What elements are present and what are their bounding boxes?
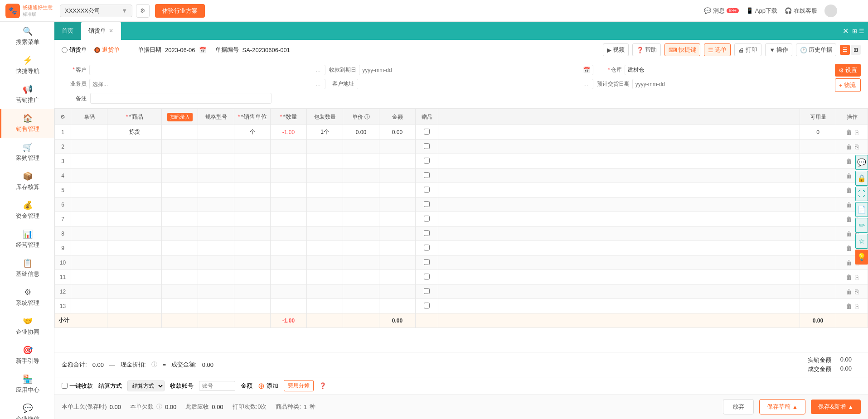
tab-home[interactable]: 首页	[54, 22, 81, 40]
th-product[interactable]: *商品	[107, 109, 162, 125]
cell-barcode[interactable]	[71, 226, 107, 241]
cell-qty[interactable]	[271, 270, 307, 284]
cell-qty[interactable]	[271, 183, 307, 197]
delete-icon[interactable]: 🗑	[846, 216, 852, 223]
cell-unit-price[interactable]	[343, 169, 379, 183]
cell-amount[interactable]	[379, 212, 416, 226]
cell-unit-price[interactable]	[343, 212, 379, 226]
th-available[interactable]: 可用量	[800, 109, 836, 125]
th-spec[interactable]: 规格型号	[198, 109, 234, 125]
gift-checkbox[interactable]	[424, 216, 430, 222]
cell-spec[interactable]	[198, 197, 234, 212]
tab-sales-order[interactable]: 销货单 ✕	[81, 22, 121, 40]
gift-checkbox[interactable]	[424, 245, 430, 250]
sidebar-item-system[interactable]: ⚙ 系统管理	[0, 283, 54, 312]
cell-spec[interactable]	[198, 169, 234, 183]
delete-icon[interactable]: 🗑	[846, 274, 852, 281]
company-selector[interactable]: XXXXXX公司 ▼	[60, 5, 132, 17]
delete-icon[interactable]: 🗑	[846, 201, 852, 208]
cell-product[interactable]	[107, 169, 162, 183]
cell-barcode[interactable]	[71, 241, 107, 255]
cell-qty[interactable]	[271, 140, 307, 154]
th-amount[interactable]: 金额	[379, 109, 416, 125]
cell-amount[interactable]	[379, 183, 416, 197]
cell-unit[interactable]	[234, 183, 271, 197]
cell-amount[interactable]	[379, 226, 416, 241]
cell-product[interactable]	[107, 226, 162, 241]
scan-btn[interactable]: 扫码录入	[167, 113, 193, 121]
cell-amount[interactable]	[379, 241, 416, 255]
tab-grid-icon[interactable]: ⊞	[852, 28, 857, 34]
warehouse-input[interactable]	[628, 67, 847, 73]
th-gift[interactable]: 赠品	[416, 109, 438, 125]
cell-qty[interactable]	[271, 169, 307, 183]
cell-product[interactable]	[107, 284, 162, 299]
cell-amount[interactable]	[379, 169, 416, 183]
salesman-dots-btn[interactable]: ...	[314, 81, 322, 87]
sidebar-item-wechat[interactable]: 💬 企业微信	[0, 399, 54, 419]
th-qty[interactable]: *数量	[271, 109, 307, 125]
cell-unit[interactable]	[234, 241, 271, 255]
cell-unit[interactable]	[234, 154, 271, 169]
copy-icon[interactable]: ⎘	[855, 303, 858, 310]
delete-icon[interactable]: 🗑	[846, 158, 852, 165]
sidebar-item-appstore[interactable]: 🏪 应用中心	[0, 370, 54, 399]
cell-spec[interactable]	[198, 212, 234, 226]
logistics-btn[interactable]: + 物流	[835, 78, 861, 92]
cell-gift[interactable]	[416, 270, 438, 284]
settings-icon[interactable]: ⚙	[136, 4, 150, 18]
view-grid-btn[interactable]: ⊞	[851, 45, 861, 55]
user-name[interactable]	[844, 5, 863, 17]
cell-pack-qty[interactable]	[307, 241, 343, 255]
cell-barcode[interactable]	[71, 212, 107, 226]
gift-checkbox[interactable]	[424, 259, 430, 265]
cell-spec[interactable]	[198, 299, 234, 313]
delete-icon[interactable]: 🗑	[846, 143, 852, 150]
cell-spec[interactable]	[198, 154, 234, 169]
cell-amount[interactable]: 0.00	[379, 125, 416, 140]
history-btn[interactable]: 🕐 历史单据	[796, 43, 836, 56]
cell-pack-qty[interactable]	[307, 183, 343, 197]
cell-pack-qty[interactable]	[307, 169, 343, 183]
sidebar-item-cooperation[interactable]: 🤝 企业协同	[0, 312, 54, 341]
sidebar-item-sales[interactable]: 🏠 销售管理	[0, 109, 54, 138]
cell-unit[interactable]	[234, 270, 271, 284]
customer-input-wrap[interactable]: ...	[89, 65, 325, 75]
float-template-btn[interactable]: 📄	[855, 202, 868, 217]
float-chat-btn[interactable]: 💬	[855, 155, 868, 170]
copy-icon[interactable]: ⎘	[855, 274, 858, 281]
cell-unit-price[interactable]: 0.00	[343, 125, 379, 140]
delete-icon[interactable]: 🗑	[846, 288, 852, 295]
cell-qty[interactable]	[271, 255, 307, 270]
cell-pack-qty[interactable]	[307, 154, 343, 169]
gift-checkbox[interactable]	[424, 288, 430, 294]
copy-icon[interactable]: ⎘	[855, 288, 858, 295]
th-scan[interactable]: 扫码录入	[162, 109, 198, 125]
th-unit-price[interactable]: 单价 ⓘ	[343, 109, 379, 125]
cell-amount[interactable]	[379, 255, 416, 270]
cell-qty[interactable]	[271, 299, 307, 313]
cell-product[interactable]	[107, 197, 162, 212]
cell-product[interactable]	[107, 241, 162, 255]
float-note-btn[interactable]: ✏	[855, 218, 868, 233]
receipt-date-calendar-icon[interactable]: 📅	[583, 67, 590, 73]
cell-pack-qty[interactable]: 1个	[307, 125, 343, 140]
gift-checkbox[interactable]	[424, 303, 430, 308]
cell-pack-qty[interactable]	[307, 226, 343, 241]
cell-qty[interactable]	[271, 226, 307, 241]
calendar-icon[interactable]: 📅	[199, 47, 206, 53]
cell-pack-qty[interactable]	[307, 140, 343, 154]
cell-spec[interactable]	[198, 270, 234, 284]
view-list-btn[interactable]: ☰	[840, 45, 850, 55]
cell-product[interactable]: 拣货	[107, 125, 162, 140]
delete-icon[interactable]: 🗑	[846, 172, 852, 179]
cell-unit-price[interactable]	[343, 299, 379, 313]
cell-amount[interactable]	[379, 299, 416, 313]
cell-barcode[interactable]	[71, 255, 107, 270]
cell-amount[interactable]	[379, 154, 416, 169]
cell-amount[interactable]	[379, 284, 416, 299]
operation-btn[interactable]: ▼ 操作	[765, 43, 792, 56]
cell-spec[interactable]	[198, 284, 234, 299]
cell-qty[interactable]	[271, 154, 307, 169]
cell-amount[interactable]	[379, 270, 416, 284]
